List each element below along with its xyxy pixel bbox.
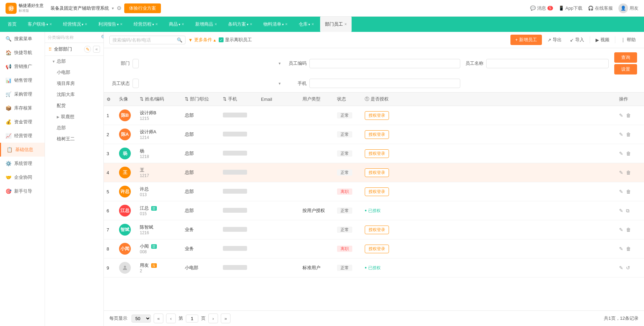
nav-item-dept[interactable]: 部门员工 × <box>320 17 352 32</box>
auth-button[interactable]: 授权登录 <box>365 168 389 177</box>
delete-op-icon[interactable]: 🗑 <box>626 170 631 175</box>
tree-node-xiaodian[interactable]: 小电部 <box>45 67 103 78</box>
phone-input[interactable] <box>309 79 460 88</box>
edit-op-icon[interactable]: ✎ <box>619 265 623 271</box>
copy-op-icon[interactable]: ⧉ <box>626 208 629 213</box>
sidebar-item-purchase[interactable]: 🛒 采购管理 <box>0 87 45 101</box>
nav-bom-close[interactable]: × <box>285 22 288 27</box>
sidebar-item-marketing[interactable]: 📢 营销推广 <box>0 60 45 73</box>
nav-goods-close[interactable]: × <box>182 22 184 27</box>
filter-btn[interactable]: ▼ 更多条件 ▴ <box>188 37 216 43</box>
auth-button[interactable]: 授权登录 <box>365 130 389 139</box>
emp-status-select[interactable] <box>133 79 139 88</box>
settings-gear-icon[interactable]: ⚙ <box>107 97 111 102</box>
message-item[interactable]: 💬 消息 5 <box>530 5 553 11</box>
nav-operation-close[interactable]: × <box>85 22 87 27</box>
auth-button[interactable]: 授权登录 <box>365 226 389 234</box>
nav-item-newgoods[interactable]: 新增商品 × <box>190 17 222 32</box>
first-page-btn[interactable]: « <box>154 314 163 323</box>
delete-op-icon[interactable]: 🗑 <box>626 113 631 118</box>
th-phone[interactable]: ⇅ 手机 <box>220 92 258 106</box>
emp-name-input[interactable] <box>486 59 609 68</box>
nav-barcode-close[interactable]: × <box>250 22 252 27</box>
page-size-select[interactable]: 50 100 200 <box>131 315 151 323</box>
nav-item-history[interactable]: 经营历程 ▾ × <box>129 17 163 32</box>
settings-icon[interactable]: ⚙ <box>117 5 121 11</box>
th-name[interactable]: ⇅ 姓名/编码 <box>137 92 182 106</box>
edit-op-icon[interactable]: ✎ <box>619 170 623 175</box>
tree-toggle-btn[interactable]: « <box>93 46 100 53</box>
search-icon[interactable]: 🔍 <box>177 37 182 43</box>
nav-item-barcode[interactable]: 条码方案 ▾ × <box>223 17 257 32</box>
nav-warehouse-close[interactable]: × <box>311 22 314 27</box>
current-page-input[interactable] <box>186 315 198 323</box>
nav-item-profit[interactable]: 利润报告 ▾ × <box>93 17 127 32</box>
sidebar-item-nav[interactable]: 🏠 快捷导航 <box>0 46 45 60</box>
search-input[interactable] <box>112 37 177 43</box>
tree-node-shuanglu[interactable]: ▶ 双鹿想 <box>45 111 103 122</box>
auth-button[interactable]: 授权登录 <box>365 245 389 253</box>
prev-page-btn[interactable]: ‹ <box>166 314 176 323</box>
nav-item-goods[interactable]: 商品 ▾ × <box>164 17 189 32</box>
auth-button[interactable]: 授权登录 <box>365 149 389 158</box>
dept-select[interactable] <box>133 59 139 68</box>
sidebar-item-search[interactable]: 🔍 搜索菜单 <box>0 32 45 46</box>
edit-op-icon[interactable]: ✎ <box>619 208 623 213</box>
emp-code-input[interactable] <box>309 59 460 68</box>
sidebar-item-finance[interactable]: 💰 资金管理 <box>0 115 45 129</box>
delete-op-icon[interactable]: 🗑 <box>626 151 631 156</box>
user-item[interactable]: 👤 用友 <box>618 3 638 13</box>
view-btn[interactable]: ▶ 视频 <box>593 35 612 44</box>
delete-op-icon[interactable]: 🗑 <box>626 227 631 232</box>
next-page-btn[interactable]: › <box>208 314 218 323</box>
auth-button[interactable]: 授权登录 <box>365 111 389 120</box>
tree-search-input[interactable] <box>48 35 100 40</box>
sidebar-item-sales[interactable]: 📊 销售管理 <box>0 73 45 87</box>
sidebar-item-management[interactable]: 📈 经营管理 <box>0 129 45 143</box>
query-button[interactable]: 查询 <box>614 52 637 63</box>
delete-op-icon[interactable]: 🗑 <box>626 246 631 252</box>
tree-node-shenyang[interactable]: 沈阳大库 <box>45 89 103 100</box>
delete-op-icon[interactable]: 🗑 <box>626 189 631 194</box>
online-service-item[interactable]: 🎧 在线客服 <box>588 5 613 11</box>
tree-node-project[interactable]: 项目库房 <box>45 78 103 89</box>
sidebar-item-inventory[interactable]: 📦 库存核算 <box>0 101 45 115</box>
edit-op-icon[interactable]: ✎ <box>619 246 623 252</box>
sidebar-item-basic[interactable]: 📋 基础信息 <box>0 143 45 157</box>
last-page-btn[interactable]: » <box>221 314 230 323</box>
edit-op-icon[interactable]: ✎ <box>619 113 623 118</box>
import-btn[interactable]: ↙ 导入 <box>567 35 587 44</box>
edit-op-icon[interactable]: ✎ <box>619 151 623 156</box>
tree-node-planting[interactable]: 植树王二 <box>45 133 103 144</box>
nav-history-close[interactable]: × <box>155 22 158 27</box>
delete-op-icon[interactable]: 🗑 <box>626 132 631 137</box>
tree-collapse-btn[interactable]: ✎ <box>84 46 91 53</box>
edit-op-icon[interactable]: ✎ <box>619 132 623 137</box>
edit-op-icon[interactable]: ✎ <box>619 189 623 194</box>
nav-dept-close[interactable]: × <box>344 22 347 27</box>
refresh-op-icon[interactable]: ↺ <box>626 265 630 271</box>
app-download-item[interactable]: 📱 App下载 <box>559 5 582 11</box>
edit-op-icon[interactable]: ✎ <box>619 227 623 232</box>
resigned-checkbox[interactable]: ✓ <box>219 37 224 42</box>
sidebar-item-collab[interactable]: 🤝 企业协同 <box>0 170 45 184</box>
auth-button[interactable]: 授权登录 <box>365 187 389 196</box>
add-employee-button[interactable]: + 新增员工 <box>510 35 542 45</box>
tree-node-zongbu[interactable]: 总部 <box>45 122 103 133</box>
nav-item-customer[interactable]: 客户联络 ▾ × <box>23 17 57 32</box>
nav-customer-close[interactable]: × <box>49 22 52 27</box>
sidebar-item-system[interactable]: ⚙️ 系统管理 <box>0 157 45 170</box>
trial-button[interactable]: 体验行业方案 <box>124 3 161 13</box>
nav-newgoods-close[interactable]: × <box>215 22 217 27</box>
show-resigned-wrap[interactable]: ✓ 显示离职员工 <box>219 37 252 43</box>
reset-button[interactable]: 设置 <box>614 64 637 74</box>
help-btn[interactable]: ｜ 帮助 <box>618 35 638 44</box>
nav-item-warehouse[interactable]: 仓库 ▾ × <box>294 17 319 32</box>
sidebar-item-guide[interactable]: 🎯 新手引导 <box>0 184 45 198</box>
nav-item-bom[interactable]: 物料清单 ▾ × <box>258 17 292 32</box>
nav-item-operation[interactable]: 经营情况 ▾ × <box>58 17 92 32</box>
tree-node-general[interactable]: ▼ 总部 <box>45 56 103 67</box>
tree-node-distribution[interactable]: 配货 <box>45 100 103 111</box>
tree-search-icon[interactable]: 🔍 <box>101 35 104 40</box>
th-dept[interactable]: ⇅ 部门/职位 <box>182 92 220 106</box>
